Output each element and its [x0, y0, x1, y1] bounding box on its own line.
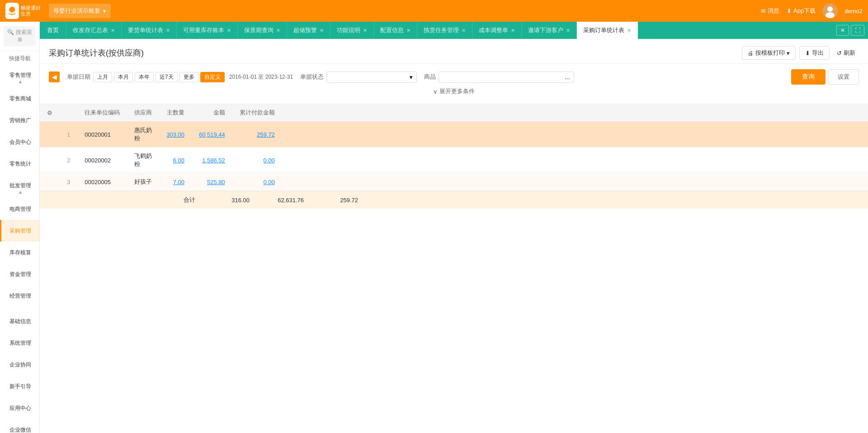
tab-close-icon[interactable]: ✕ [566, 28, 570, 33]
tab-close-icon[interactable]: ✕ [111, 28, 115, 33]
table-row[interactable]: 1 00020001 惠氏奶粉 303.00 60,519.44 259.72 [40, 122, 868, 148]
tab-pick-task[interactable]: 拣货任务管理 ✕ [417, 22, 472, 39]
status-select[interactable]: ▾ [326, 71, 417, 83]
sidebar-item-newguide[interactable]: 新手引导 [0, 376, 39, 397]
row-extra [282, 122, 868, 148]
row-qty[interactable]: 7.00 [159, 173, 192, 191]
sidebar-item-purchase[interactable]: 采购管理 [0, 220, 39, 242]
date-shortcut-7days[interactable]: 近7天 [156, 72, 178, 82]
sidebar: 🔍 搜索菜单 快捷导航 零售管理 ▲ 零售商城 营销推广 会员中心 零售统计 批… [0, 22, 40, 433]
tab-close-all-btn[interactable]: ✕ [836, 25, 849, 36]
date-shortcut-prev-month[interactable]: 上月 [93, 72, 112, 82]
tab-close-icon[interactable]: ✕ [511, 28, 515, 33]
retail-mall-label: 零售商城 [9, 95, 31, 103]
search-menu-btn[interactable]: 🔍 搜索菜单 [4, 26, 36, 46]
row-supplier: 惠氏奶粉 [127, 122, 159, 148]
tab-purchase-stat[interactable]: 采购订单统计表 ✕ [577, 22, 638, 39]
top-bar: 畅捷通好生意 母婴行业演示账套 ▾ ✉ 消息 ⬇ App下载 demo2 [0, 0, 868, 22]
sidebar-item-wholesale[interactable]: 批发管理 ▲ [0, 178, 39, 198]
date-shortcuts: 上月 本月 本年 近7天 更多 自定义 [93, 72, 225, 82]
sidebar-item-retail[interactable]: 零售管理 ▲ [0, 68, 39, 88]
sidebar-item-system[interactable]: 系统管理 [0, 332, 39, 354]
tab-close-icon[interactable]: ✕ [627, 28, 631, 33]
date-shortcut-more[interactable]: 更多 [179, 72, 198, 82]
tab-func-desc[interactable]: 功能说明 ✕ [330, 22, 374, 39]
tab-overstock[interactable]: 超储预警 ✕ [287, 22, 330, 39]
tab-order-stat[interactable]: 要货单统计表 ✕ [122, 22, 177, 39]
sidebar-quick-nav-label[interactable]: 快捷导航 [0, 51, 39, 64]
app-download-btn[interactable]: ⬇ App下载 [787, 7, 816, 15]
settings-btn[interactable]: 设置 [828, 69, 859, 85]
print-label: 按模板打印 [755, 49, 785, 57]
tab-close-icon[interactable]: ✕ [227, 28, 231, 33]
tab-close-icon[interactable]: ✕ [363, 28, 367, 33]
row-check[interactable] [40, 122, 60, 148]
sidebar-item-ecommerce[interactable]: 电商管理 [0, 198, 39, 220]
tab-close-icon[interactable]: ✕ [462, 28, 466, 33]
footer-supplier: 合计 [148, 196, 203, 204]
tab-config-info[interactable]: 配置信息 ✕ [374, 22, 417, 39]
row-qty[interactable]: 6.00 [159, 148, 192, 173]
row-num: 3 [60, 173, 77, 191]
avatar[interactable] [823, 4, 837, 18]
tab-home[interactable]: 首页 [40, 22, 66, 39]
row-amount[interactable]: 60,519.44 [192, 122, 232, 148]
query-actions: 查询 设置 [791, 69, 859, 85]
filter-row-1: ◀ 单据日期 上月 本月 本年 近7天 更多 自定义 2016-01-01 至 … [49, 69, 859, 85]
print-icon: 🖨 [748, 50, 754, 57]
tab-close-icon[interactable]: ✕ [166, 28, 170, 33]
goods-input[interactable]: … [439, 71, 574, 83]
refresh-icon: ↺ [837, 50, 842, 57]
table-row[interactable]: 3 00020005 好孩子 7.00 525.80 0.00 [40, 173, 868, 191]
row-paid[interactable]: 0.00 [232, 148, 282, 173]
sidebar-item-retail-mall[interactable]: 零售商城 [0, 88, 39, 109]
sidebar-item-operation[interactable]: 经营管理 [0, 285, 39, 307]
tab-invite-downstream[interactable]: 邀请下游客户 ✕ [522, 22, 577, 39]
print-btn[interactable]: 🖨 按模板打印 ▾ [742, 46, 796, 60]
sidebar-item-inventory[interactable]: 库存核算 [0, 242, 39, 263]
status-label: 单据状态 [300, 73, 324, 81]
sidebar-item-finance[interactable]: 资金管理 [0, 263, 39, 285]
sidebar-item-member[interactable]: 会员中心 [0, 131, 39, 153]
tab-label: 超储预警 [293, 26, 317, 34]
query-btn[interactable]: 查询 [791, 69, 826, 85]
tab-available-inv[interactable]: 可用量库存账本 ✕ [177, 22, 238, 39]
tab-cost-adjust[interactable]: 成本调整单 ✕ [472, 22, 522, 39]
tab-label: 要货单统计表 [128, 26, 163, 34]
col-settings[interactable]: ⚙ [40, 104, 60, 122]
row-amount[interactable]: 525.80 [192, 173, 232, 191]
date-custom-btn[interactable]: 自定义 [200, 72, 225, 82]
sidebar-item-basic[interactable]: 基础信息 [0, 310, 39, 332]
date-shortcut-this-month[interactable]: 本月 [114, 72, 133, 82]
sidebar-item-retail-stat[interactable]: 零售统计 [0, 153, 39, 175]
expand-more-btn[interactable]: ∨ 展开更多条件 [49, 85, 859, 98]
tab-maximize-btn[interactable]: ⛶ [851, 25, 864, 36]
export-btn[interactable]: ⬇ 导出 [799, 46, 830, 60]
row-check[interactable] [40, 173, 60, 191]
message-btn[interactable]: ✉ 消息 [761, 7, 779, 15]
filter-collapse-btn[interactable]: ◀ [49, 71, 60, 82]
row-paid[interactable]: 259.72 [232, 122, 282, 148]
system-label: 系统管理 [9, 339, 31, 347]
row-check[interactable] [40, 148, 60, 173]
row-paid[interactable]: 0.00 [232, 173, 282, 191]
page-header: 采购订单统计表(按供应商) 🖨 按模板打印 ▾ ⬇ 导出 ↺ 刷新 [40, 39, 868, 64]
tab-shelf-life[interactable]: 保质期查询 ✕ [238, 22, 287, 39]
table-row[interactable]: 2 00020002 飞鹤奶粉 6.00 1,586.52 0.00 [40, 148, 868, 173]
col-qty: 主数量 [159, 104, 192, 122]
sidebar-item-appcenter[interactable]: 应用中心 [0, 397, 39, 419]
sidebar-item-wechat[interactable]: 企业微信 [0, 419, 39, 433]
sidebar-item-enterprise[interactable]: 企业协同 [0, 354, 39, 376]
refresh-btn[interactable]: ↺ 刷新 [833, 47, 859, 59]
tab-close-icon[interactable]: ✕ [406, 28, 410, 33]
row-qty[interactable]: 303.00 [159, 122, 192, 148]
tab-receive-send[interactable]: 收发存汇总表 ✕ [66, 22, 122, 39]
workspace-selector[interactable]: 母婴行业演示账套 ▾ [49, 4, 111, 18]
date-shortcut-this-year[interactable]: 本年 [135, 72, 154, 82]
row-amount[interactable]: 1,586.52 [192, 148, 232, 173]
message-icon: ✉ [761, 8, 766, 14]
tab-close-icon[interactable]: ✕ [276, 28, 280, 33]
tab-close-icon[interactable]: ✕ [320, 28, 324, 33]
sidebar-item-marketing[interactable]: 营销推广 [0, 109, 39, 131]
chevron-down-icon: ▲ [18, 190, 23, 195]
